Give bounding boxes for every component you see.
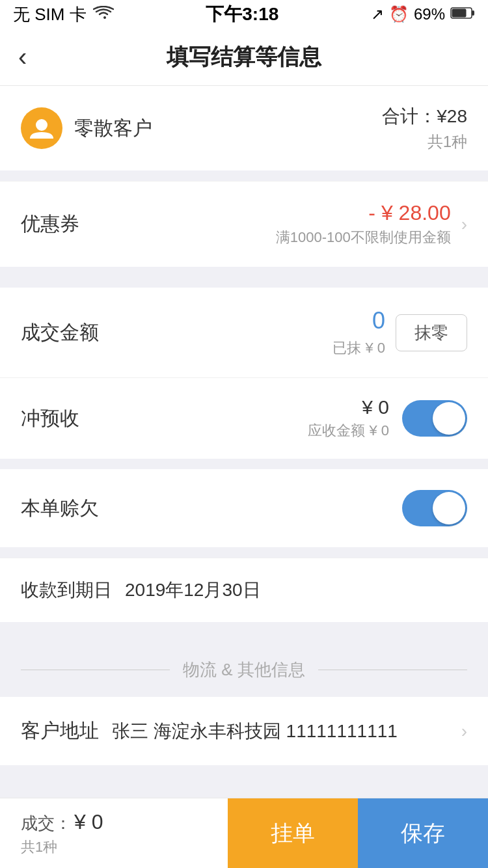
svg-point-3 bbox=[36, 119, 47, 131]
coupon-desc: 满1000-100不限制使用金额 bbox=[276, 228, 451, 247]
customer-info: 零散客户 bbox=[21, 107, 152, 149]
svg-rect-2 bbox=[452, 9, 466, 18]
prepay-right: ¥ 0 应收金额 ¥ 0 bbox=[308, 396, 467, 441]
status-bar: 无 SIM 卡 下午3:18 ↗ ⏰ 69% bbox=[0, 0, 488, 29]
hang-label: 挂单 bbox=[271, 819, 315, 848]
deal-amount-label: 成交金额 bbox=[21, 319, 99, 346]
battery-text: 69% bbox=[414, 5, 445, 23]
status-time: 下午3:18 bbox=[206, 2, 278, 27]
prepay-yen-value: ¥ 0 bbox=[308, 396, 389, 418]
alarm-icon: ⏰ bbox=[389, 5, 409, 23]
coupon-label: 优惠券 bbox=[21, 211, 79, 237]
coupon-amount: - ¥ 28.00 bbox=[276, 201, 451, 225]
status-right: ↗ ⏰ 69% bbox=[371, 5, 475, 23]
back-icon: ‹ bbox=[18, 42, 27, 71]
logistics-label: 物流 & 其他信息 bbox=[183, 658, 305, 681]
debt-toggle[interactable] bbox=[402, 490, 467, 526]
save-button[interactable]: 保存 bbox=[358, 798, 488, 869]
wifi-icon bbox=[93, 5, 114, 25]
deal-amount-value[interactable]: 0 bbox=[332, 307, 385, 334]
bottom-bar: 成交： ¥ 0 共1种 挂单 保存 bbox=[0, 798, 488, 868]
bottom-info: 成交： ¥ 0 共1种 bbox=[0, 810, 228, 857]
customer-section: 零散客户 合计：¥28 共1种 bbox=[0, 86, 488, 170]
deal-amount-row: 成交金额 0 已抹 ¥ 0 抹零 bbox=[0, 288, 488, 377]
nav-bar: ‹ 填写结算等信息 bbox=[0, 29, 488, 86]
due-date-section: 收款到期日 2019年12月30日 bbox=[0, 558, 488, 622]
divider-line-left bbox=[21, 670, 170, 670]
no-sim-text: 无 SIM 卡 bbox=[13, 3, 87, 26]
total-amount: 合计：¥28 bbox=[382, 104, 467, 129]
coupon-value: - ¥ 28.00 满1000-100不限制使用金额 bbox=[276, 201, 451, 247]
customer-totals: 合计：¥28 共1种 bbox=[382, 104, 467, 152]
section-divider-1 bbox=[0, 277, 488, 288]
deal-amount-sub: 已抹 ¥ 0 bbox=[332, 338, 385, 358]
debt-label: 本单赊欠 bbox=[21, 495, 99, 522]
address-label: 客户地址 bbox=[21, 718, 99, 744]
customer-avatar bbox=[21, 107, 62, 149]
prepay-toggle[interactable] bbox=[402, 400, 467, 437]
address-chevron-icon: › bbox=[461, 721, 467, 742]
bottom-count: 共1种 bbox=[21, 837, 207, 857]
address-left: 客户地址 张三 海淀永丰科技园 11111111111 bbox=[21, 718, 398, 744]
address-section[interactable]: 客户地址 张三 海淀永丰科技园 11111111111 › bbox=[0, 697, 488, 765]
round-button[interactable]: 抹零 bbox=[396, 314, 467, 351]
svg-rect-1 bbox=[472, 10, 474, 16]
prepay-amount: ¥ 0 应收金额 ¥ 0 bbox=[308, 396, 389, 441]
total-count: 共1种 bbox=[382, 131, 467, 152]
hang-button[interactable]: 挂单 bbox=[228, 798, 358, 869]
coupon-right: - ¥ 28.00 满1000-100不限制使用金额 › bbox=[276, 201, 467, 247]
debt-section: 本单赊欠 bbox=[0, 469, 488, 547]
debt-toggle-knob bbox=[433, 492, 465, 524]
deal-amount-section: 成交金额 0 已抹 ¥ 0 抹零 bbox=[0, 288, 488, 377]
status-left: 无 SIM 卡 bbox=[13, 3, 114, 26]
prepay-sub-text: 应收金额 ¥ 0 bbox=[308, 421, 389, 441]
due-date-label: 收款到期日 bbox=[21, 578, 112, 603]
page-title: 填写结算等信息 bbox=[167, 42, 321, 72]
toggle-knob bbox=[433, 402, 465, 435]
prepay-section: 冲预收 ¥ 0 应收金额 ¥ 0 bbox=[0, 377, 488, 459]
section-divider-2 bbox=[0, 459, 488, 469]
bottom-amount: ¥ 0 bbox=[74, 810, 103, 834]
coupon-section[interactable]: 优惠券 - ¥ 28.00 满1000-100不限制使用金额 › bbox=[0, 181, 488, 267]
logistics-divider: 物流 & 其他信息 bbox=[0, 643, 488, 697]
prepay-label: 冲预收 bbox=[21, 405, 79, 432]
customer-name: 零散客户 bbox=[74, 115, 152, 142]
section-divider-3 bbox=[0, 632, 488, 643]
location-icon: ↗ bbox=[371, 5, 384, 23]
coupon-chevron-icon: › bbox=[461, 214, 467, 235]
save-label: 保存 bbox=[401, 819, 445, 848]
address-value: 张三 海淀永丰科技园 11111111111 bbox=[112, 719, 398, 744]
battery-icon bbox=[450, 5, 475, 23]
bottom-deal-label: 成交： bbox=[21, 812, 72, 835]
back-button[interactable]: ‹ bbox=[18, 42, 27, 72]
divider-line-right bbox=[318, 670, 467, 670]
due-date-value: 2019年12月30日 bbox=[125, 578, 261, 603]
date-row: 收款到期日 2019年12月30日 bbox=[21, 578, 467, 603]
